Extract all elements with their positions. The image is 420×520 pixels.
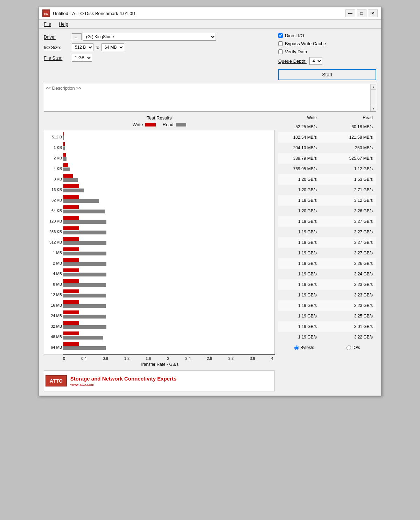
write-bar bbox=[63, 268, 79, 272]
table-row: 1.19 GB/s3.27 GB/s bbox=[278, 227, 376, 237]
read-cell: 3.23 GB/s bbox=[338, 293, 373, 297]
bar-group bbox=[63, 132, 274, 142]
write-cell: 1.18 GB/s bbox=[282, 198, 317, 203]
bytes-s-radio[interactable] bbox=[294, 345, 299, 350]
y-label: 48 MB bbox=[44, 331, 62, 342]
bar-group bbox=[63, 205, 274, 215]
scroll-up-arrow[interactable]: ▲ bbox=[371, 84, 376, 90]
bar-group bbox=[63, 289, 274, 299]
y-label: 12 MB bbox=[44, 289, 62, 300]
scroll-down-arrow[interactable]: ▼ bbox=[371, 106, 376, 111]
y-label: 1 KB bbox=[44, 142, 62, 153]
browse-button[interactable]: ... bbox=[72, 33, 82, 40]
y-label: 4 MB bbox=[44, 268, 62, 279]
read-bar bbox=[63, 262, 106, 266]
to-label: to bbox=[96, 45, 99, 50]
direct-io-row: Direct I/O bbox=[278, 33, 376, 38]
read-bar bbox=[63, 189, 84, 192]
queue-depth-label: Queue Depth: bbox=[278, 59, 307, 64]
menu-bar: File Help bbox=[39, 20, 381, 29]
verify-data-checkbox[interactable] bbox=[278, 49, 283, 54]
io-s-label[interactable]: IO/s bbox=[346, 345, 360, 350]
read-bar bbox=[63, 210, 105, 213]
read-cell: 3.22 GB/s bbox=[338, 335, 373, 340]
bar-group bbox=[63, 163, 274, 173]
banner-content: Storage and Network Connectivity Experts… bbox=[70, 376, 176, 386]
write-bar bbox=[63, 142, 65, 146]
menu-file[interactable]: File bbox=[42, 21, 53, 27]
results-title: Test Results bbox=[44, 115, 275, 121]
y-label: 32 MB bbox=[44, 321, 62, 331]
read-cell: 525.67 MB/s bbox=[338, 156, 373, 161]
table-row: 1.18 GB/s3.12 GB/s bbox=[278, 195, 376, 206]
read-bar bbox=[63, 231, 106, 234]
drive-row: Drive: ... (G:) KingStone bbox=[44, 33, 278, 41]
write-bar bbox=[63, 342, 79, 346]
read-bar bbox=[63, 178, 78, 182]
bypass-cache-checkbox[interactable] bbox=[278, 41, 283, 46]
bytes-s-label[interactable]: Bytes/s bbox=[294, 345, 314, 350]
bar-group bbox=[63, 184, 274, 194]
write-bar bbox=[63, 237, 79, 241]
close-button[interactable]: ✕ bbox=[368, 9, 378, 17]
drive-select[interactable]: (G:) KingStone bbox=[83, 33, 216, 41]
window-title: Untitled - ATTO Disk Benchmark 4.01.0f1 bbox=[53, 11, 136, 16]
write-cell: 1.19 GB/s bbox=[282, 335, 317, 340]
maximize-button[interactable]: □ bbox=[357, 9, 366, 17]
y-label: 16 MB bbox=[44, 300, 62, 310]
write-cell: 1.19 GB/s bbox=[282, 324, 317, 329]
verify-data-row: Verify Data bbox=[278, 49, 376, 54]
write-bar bbox=[63, 226, 79, 230]
table-row: 1.19 GB/s3.23 GB/s bbox=[278, 290, 376, 300]
verify-data-label[interactable]: Verify Data bbox=[285, 49, 307, 54]
table-row: 769.95 MB/s1.12 GB/s bbox=[278, 164, 376, 174]
legend-write: Write bbox=[132, 122, 155, 127]
banner-tagline: Storage and Network Connectivity Experts bbox=[70, 376, 176, 382]
start-button[interactable]: Start bbox=[278, 69, 376, 80]
table-row: 1.20 GB/s2.71 GB/s bbox=[278, 185, 376, 195]
direct-io-checkbox[interactable] bbox=[278, 33, 283, 38]
bar-group bbox=[63, 331, 274, 341]
menu-help[interactable]: Help bbox=[57, 21, 70, 27]
queue-depth-select[interactable]: 4 bbox=[309, 57, 322, 65]
bar-group bbox=[63, 142, 274, 152]
table-row: 1.19 GB/s3.27 GB/s bbox=[278, 248, 376, 258]
read-bar bbox=[63, 294, 106, 297]
y-label: 2 KB bbox=[44, 153, 62, 163]
io-s-radio[interactable] bbox=[346, 345, 351, 350]
write-bar bbox=[63, 247, 79, 251]
x-axis-label: 3.2 bbox=[228, 356, 233, 361]
read-bar bbox=[63, 167, 70, 171]
write-label: Write bbox=[132, 122, 143, 127]
read-label: Read bbox=[163, 122, 174, 127]
write-bar bbox=[63, 300, 79, 304]
minimize-button[interactable]: — bbox=[345, 9, 355, 17]
write-cell: 1.19 GB/s bbox=[282, 240, 317, 245]
table-row: 389.79 MB/s525.67 MB/s bbox=[278, 153, 376, 164]
file-size-select[interactable]: 1 GB bbox=[72, 54, 92, 62]
app-window: HD Untitled - ATTO Disk Benchmark 4.01.0… bbox=[38, 7, 382, 396]
io-s-text: IO/s bbox=[352, 345, 360, 350]
description-scrollbar[interactable]: ▲ ▼ bbox=[370, 84, 376, 111]
write-cell: 1.20 GB/s bbox=[282, 208, 317, 213]
write-bar bbox=[63, 310, 79, 314]
y-labels: 512 B1 KB2 KB4 KB8 KB16 KB32 KB64 KB128 … bbox=[44, 130, 63, 354]
read-cell: 3.26 GB/s bbox=[338, 261, 373, 266]
write-cell: 102.54 MB/s bbox=[282, 135, 317, 140]
bar-group bbox=[63, 300, 274, 310]
footer-banner: ATTO Storage and Network Connectivity Ex… bbox=[44, 370, 275, 391]
io-size-to-select[interactable]: 64 MB bbox=[102, 43, 124, 51]
direct-io-label[interactable]: Direct I/O bbox=[285, 33, 304, 38]
x-axis-label: 0.4 bbox=[81, 356, 86, 361]
read-cell: 3.01 GB/s bbox=[338, 324, 373, 329]
write-bar bbox=[63, 216, 79, 220]
chart-container: 512 B1 KB2 KB4 KB8 KB16 KB32 KB64 KB128 … bbox=[44, 130, 275, 354]
description-text: << Description >> bbox=[46, 85, 82, 91]
io-size-from-select[interactable]: 512 B bbox=[72, 43, 93, 51]
bar-group bbox=[63, 226, 274, 236]
y-label: 1 MB bbox=[44, 247, 62, 258]
bypass-cache-label[interactable]: Bypass Write Cache bbox=[285, 41, 326, 46]
legend-read: Read bbox=[163, 122, 186, 127]
app-icon: HD bbox=[42, 9, 50, 17]
title-controls: — □ ✕ bbox=[345, 9, 378, 17]
